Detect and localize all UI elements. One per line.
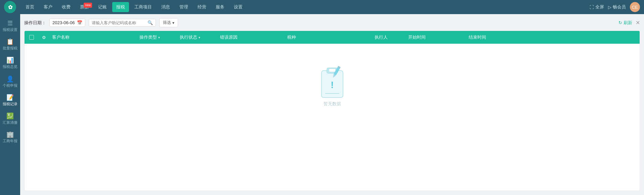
refresh-icon: ↻ [618,20,622,25]
nav-item-tax[interactable]: 报税 [112,2,129,12]
table-header: ⚙ 客户名称 操作类型 ▾ 执行状态 ▾ 错误原因 税种 [25,31,640,44]
sidebar-item-label: 工商年报 [3,139,17,143]
personal-tax-icon: 👤 [6,76,14,82]
logo-icon: ✿ [8,4,12,10]
date-value: 2023-06-06 [52,20,75,25]
top-nav-right: ⛶ 全屏 ▷ 畅会员 CE [590,2,640,12]
empty-text: 暂无数据 [324,101,341,107]
settlement-icon: 💹 [6,113,14,119]
batch-tax-icon: 📋 [6,39,14,45]
sidebar-item-annual-report[interactable]: 🏢 工商年报 [0,128,20,147]
nav-item-invoice[interactable]: 票据 new [76,2,93,12]
th-gear-icon[interactable]: ⚙ [39,35,49,40]
chevron-down-icon: ▾ [172,21,174,25]
nav-item-customer[interactable]: 客户 [40,2,56,12]
main-layout: ☰ 报税设置 📋 批量报税 📊 报税总览 👤 个税申报 📝 报税记录 💹 汇算清… [0,14,644,195]
nav-item-settings[interactable]: 设置 [230,2,247,12]
date-label: 操作日期： [24,20,46,26]
status-sort-icon: ▾ [199,36,200,39]
vip-button[interactable]: ▷ 畅会员 [608,4,626,10]
filter-label: 筛选 [163,20,171,26]
svg-rect-2 [329,69,336,72]
th-tax-type: 税种 [285,34,372,40]
tax-settings-icon: ☰ [7,20,13,26]
th-status[interactable]: 执行状态 ▾ [177,34,217,40]
empty-state-icon: ! [315,64,349,101]
nav-item-business[interactable]: 工商项目 [130,2,156,12]
nav-item-operation[interactable]: 经营 [194,2,210,12]
table-container: ⚙ 客户名称 操作类型 ▾ 执行状态 ▾ 错误原因 税种 [24,31,640,191]
sidebar-item-label: 报税记录 [3,102,17,106]
sidebar-item-tax-settings[interactable]: ☰ 报税设置 [0,17,20,35]
nav-items: 首页 客户 收费 票据 new 记账 报税 工商项目 消息 管理 经营 服务 设… [22,2,590,12]
toolbar: 操作日期： 2023-06-06 📅 🔍 筛选 ▾ ↻ 刷新 ✕ [24,18,640,27]
filter-button[interactable]: 筛选 ▾ [159,18,178,27]
refresh-button[interactable]: ↻ 刷新 [618,20,632,26]
content-area: 操作日期： 2023-06-06 📅 🔍 筛选 ▾ ↻ 刷新 ✕ [20,14,644,195]
top-nav: ✿ 首页 客户 收费 票据 new 记账 报税 工商项目 消息 管理 经营 服务… [0,0,644,14]
vip-icon: ▷ [608,5,611,10]
sidebar-item-tax-overview[interactable]: 📊 报税总览 [0,54,20,72]
sidebar-item-label: 批量报税 [3,46,17,50]
search-input[interactable] [92,21,145,25]
fullscreen-label: 全屏 [595,4,604,10]
fullscreen-icon: ⛶ [590,5,594,10]
fullscreen-button[interactable]: ⛶ 全屏 [590,4,604,10]
empty-state: ! 暂无数据 [25,44,640,127]
sidebar-item-label: 个税申报 [3,83,17,88]
sidebar-item-tax-record[interactable]: 📝 报税记录 [0,91,20,110]
sidebar-item-personal-tax[interactable]: 👤 个税申报 [0,73,20,91]
user-avatar[interactable]: CE [630,2,640,12]
th-executor: 执行人 [372,34,405,40]
annual-report-icon: 🏢 [6,131,14,138]
sidebar-item-label: 报税设置 [3,28,17,32]
sidebar-item-batch-tax[interactable]: 📋 批量报税 [0,35,20,54]
tax-overview-icon: 📊 [6,57,14,63]
close-button[interactable]: ✕ [636,20,640,26]
calendar-icon: 📅 [77,20,82,25]
sidebar-item-label: 报税总览 [3,65,17,69]
search-box: 🔍 [89,19,156,27]
sidebar-item-settlement[interactable]: 💹 汇算清缴 [0,110,20,128]
nav-item-service[interactable]: 服务 [212,2,228,12]
sidebar: ☰ 报税设置 📋 批量报税 📊 报税总览 👤 个税申报 📝 报税记录 💹 汇算清… [0,14,20,195]
nav-item-home[interactable]: 首页 [22,2,38,12]
th-customer-name: 客户名称 [49,34,137,40]
tax-record-icon: 📝 [6,94,14,101]
app-logo[interactable]: ✿ [4,1,16,13]
sidebar-item-label: 汇算清缴 [3,120,17,125]
nav-item-fee[interactable]: 收费 [58,2,75,12]
search-icon[interactable]: 🔍 [147,20,153,25]
svg-text:!: ! [331,80,334,90]
op-type-sort-icon: ▾ [158,36,160,39]
th-checkbox[interactable] [25,35,39,40]
toolbar-right: ↻ 刷新 ✕ [618,20,640,26]
nav-item-management[interactable]: 管理 [175,2,192,12]
select-all-checkbox[interactable] [29,35,34,40]
vip-label: 畅会员 [613,4,626,10]
nav-item-bookkeeping[interactable]: 记账 [94,2,111,12]
th-end-time: 结束时间 [466,34,526,40]
date-picker[interactable]: 2023-06-06 📅 [49,18,85,27]
th-op-type[interactable]: 操作类型 ▾ [137,34,177,40]
invoice-badge: new [84,3,92,8]
nav-item-message[interactable]: 消息 [157,2,174,12]
refresh-label: 刷新 [624,20,632,26]
th-error: 错误原因 [217,34,285,40]
th-start-time: 开始时间 [405,34,466,40]
